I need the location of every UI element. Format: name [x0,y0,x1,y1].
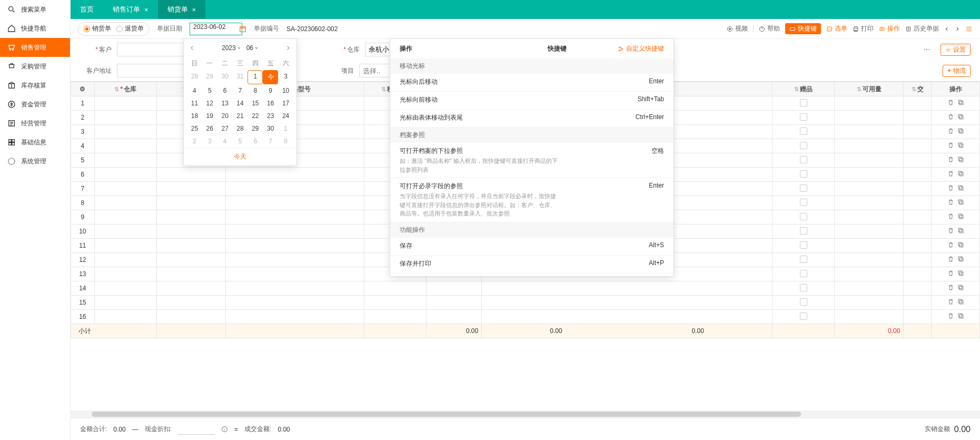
calendar-day[interactable]: 17 [278,97,293,110]
calendar-day[interactable]: 25 [187,122,202,135]
calendar-day[interactable]: 26 [202,122,217,135]
gift-checkbox[interactable] [800,199,807,206]
copy-icon[interactable] [957,113,964,120]
gift-checkbox[interactable] [800,113,807,121]
list-toggle-icon[interactable] [965,25,973,33]
calendar-day[interactable]: 30 [263,122,278,135]
calendar-day[interactable]: 20 [217,110,233,122]
sidebar-item-0[interactable]: 搜索菜单 [0,0,70,19]
calendar-day[interactable]: 3 [202,135,217,148]
delete-icon[interactable] [947,256,954,262]
gift-checkbox[interactable] [800,128,807,135]
gift-checkbox[interactable] [800,156,807,163]
copy-icon[interactable] [957,241,964,248]
gift-checkbox[interactable] [800,256,807,263]
calendar-day[interactable]: 18 [187,110,202,122]
calendar-day[interactable]: 5 [233,135,248,148]
calendar-day[interactable]: 24 [278,110,293,122]
gift-checkbox[interactable] [800,170,807,178]
copy-icon[interactable] [957,128,964,134]
copy-icon[interactable] [957,256,964,262]
copy-icon[interactable] [957,227,964,234]
calendar-day[interactable]: 14 [233,97,248,110]
copy-icon[interactable] [957,270,964,277]
calendar-day[interactable]: 16 [263,97,278,110]
table-row[interactable]: 16 [71,310,980,324]
sidebar-item-7[interactable]: 基础信息 [0,133,70,152]
sidebar-item-8[interactable]: 系统管理 [0,152,70,171]
calendar-day[interactable]: 31 [233,70,248,84]
calendar-day[interactable]: 22 [248,110,263,122]
delete-icon[interactable] [947,170,954,177]
settings-button[interactable]: 设置 [941,44,971,56]
date-input[interactable]: 2023-06-02 [190,23,242,35]
calendar-day[interactable]: 4 [187,84,202,97]
calendar-day[interactable]: 4 [217,135,233,148]
tab-1[interactable]: 销售订单× [103,0,158,19]
copy-icon[interactable] [957,170,964,177]
delete-icon[interactable] [947,284,954,291]
delete-icon[interactable] [947,312,954,319]
delete-icon[interactable] [947,99,954,106]
delete-icon[interactable] [947,184,954,191]
sidebar-item-6[interactable]: 经营管理 [0,114,70,133]
gift-checkbox[interactable] [800,241,807,249]
calendar-day[interactable]: 8 [248,84,263,97]
calendar-day[interactable]: 19 [202,110,217,122]
calendar-day[interactable]: 13 [217,97,233,110]
calendar-day[interactable]: 27 [217,122,233,135]
col-header-9[interactable]: 交 [904,82,932,96]
sidebar-item-5[interactable]: 资金管理 [0,95,70,114]
gift-checkbox[interactable] [800,312,807,320]
operate-button[interactable]: 操作 [879,24,900,33]
copy-icon[interactable] [957,298,964,305]
calendar-day[interactable]: 28 [187,70,202,84]
history-next-icon[interactable] [955,26,960,32]
copy-icon[interactable] [957,213,964,220]
video-link[interactable]: 视频 [727,24,748,33]
radio-return[interactable]: 退货单 [116,24,144,33]
calendar-day[interactable]: 3 [278,70,293,84]
col-header-1[interactable]: *仓库 [94,82,156,96]
calendar-day[interactable]: 5 [202,84,217,97]
calendar-day[interactable]: 2 [187,135,202,148]
history-prev-icon[interactable] [944,26,949,32]
gift-checkbox[interactable] [800,270,807,277]
calendar-day[interactable]: 15 [248,97,263,110]
copy-icon[interactable] [957,199,964,206]
hotkey-button[interactable]: 快捷键 [785,23,821,34]
delete-icon[interactable] [947,156,954,163]
gift-checkbox[interactable] [800,284,807,291]
calendar-next-icon[interactable] [285,45,291,51]
select-button[interactable]: 选单 [826,24,847,33]
delete-icon[interactable] [947,298,954,305]
calendar-day[interactable]: 7 [233,84,248,97]
delete-icon[interactable] [947,142,954,149]
radio-sale[interactable]: 销货单 [84,24,111,33]
col-header-7[interactable]: 赠品 [772,82,834,96]
gift-checkbox[interactable] [800,184,807,192]
copy-icon[interactable] [957,284,964,291]
info-icon[interactable] [221,426,228,433]
row1-more-icon[interactable]: ··· [922,46,933,53]
gift-checkbox[interactable] [800,99,807,106]
calendar-day[interactable]: 10 [278,84,293,97]
calendar-day[interactable]: 29 [202,70,217,84]
calendar-day[interactable]: 23 [263,110,278,122]
tab-2[interactable]: 销货单× [158,0,206,19]
gift-checkbox[interactable] [800,298,807,306]
copy-icon[interactable] [957,99,964,106]
close-icon[interactable]: × [144,6,149,14]
calendar-year-select[interactable]: 2023 [222,44,241,52]
sidebar-item-3[interactable]: 采购管理 [0,57,70,76]
table-h-scrollbar[interactable] [71,410,980,418]
delete-icon[interactable] [947,199,954,206]
custom-shortcut-link[interactable]: 自定义快捷键 [618,44,664,53]
calendar-day[interactable]: 28 [233,122,248,135]
scrollbar-thumb[interactable] [92,412,801,417]
copy-icon[interactable] [957,184,964,191]
table-row[interactable]: 14 [71,281,980,296]
delete-icon[interactable] [947,227,954,234]
logistics-button[interactable]: + 物流 [943,65,971,77]
copy-icon[interactable] [957,156,964,163]
